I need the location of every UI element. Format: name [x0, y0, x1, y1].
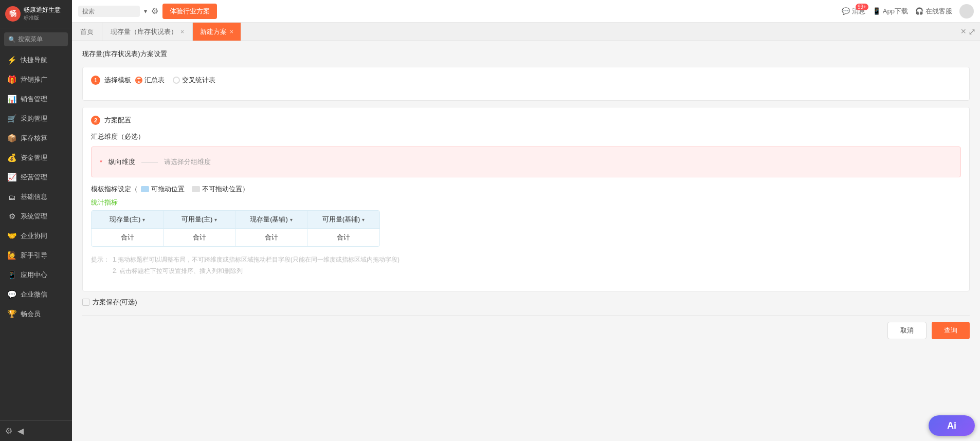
summary-dim-label: 汇总维度（必选）: [91, 132, 961, 141]
step1-label: 选择模板: [104, 76, 131, 85]
app-name: 畅康通好生意: [24, 6, 61, 14]
tab-inventory-close[interactable]: ×: [180, 28, 184, 35]
message-icon: 💬: [842, 7, 850, 15]
sidebar-item-system[interactable]: ⚙ 系统管理: [0, 207, 72, 226]
sidebar-item-wechat[interactable]: 💬 企业微信: [0, 285, 72, 304]
stats-col-2-label: 现存量(基辅): [250, 215, 288, 224]
basicinfo-icon: 🗂: [7, 192, 16, 201]
app-download-item[interactable]: 📱 App下载: [873, 7, 908, 16]
tab-new-scheme[interactable]: 新建方案 ×: [193, 23, 241, 41]
sidebar-item-label: 销售管理: [21, 95, 47, 104]
step2-badge: 2: [91, 116, 100, 125]
sidebar-item-purchase[interactable]: 🛒 采购管理: [0, 109, 72, 128]
stats-col-3-value: 合计: [307, 228, 379, 246]
template-radio-group: 汇总表 交叉统计表: [135, 76, 215, 85]
sidebar-item-inventory[interactable]: 📦 库存核算: [0, 128, 72, 148]
sidebar-item-label: 系统管理: [21, 212, 47, 221]
app-name-block: 畅康通好生意 标准版: [24, 6, 61, 22]
radio-cross[interactable]: 交叉统计表: [173, 76, 215, 85]
sidebar-bottom: ⚙ ◀: [0, 420, 72, 441]
save-checkbox[interactable]: [82, 299, 89, 306]
sidebar-item-basicinfo[interactable]: 🗂 基础信息: [0, 187, 72, 207]
tab-inventory[interactable]: 现存量（库存状况表） ×: [102, 23, 193, 41]
content-area: 现存量(库存状况表)方案设置 1 选择模板 汇总表 交叉统计表: [72, 41, 980, 441]
close-panel-button[interactable]: ×: [960, 26, 966, 37]
marketing-icon: 🎁: [7, 75, 16, 84]
sidebar-item-vip[interactable]: 🏆 畅会员: [0, 304, 72, 324]
stats-col-2-value: 合计: [235, 228, 307, 246]
tab-home[interactable]: 首页: [72, 23, 102, 41]
breadcrumb-input[interactable]: [78, 6, 140, 17]
cancel-button[interactable]: 取消: [887, 322, 927, 339]
stats-col-3-header[interactable]: 可用量(基辅) ▾: [307, 211, 379, 228]
stats-section: 统计指标 现存量(主) ▾ 可用量(主) ▾: [91, 198, 961, 248]
ai-fab-button[interactable]: Ai: [929, 415, 975, 436]
sidebar-item-label: 新手引导: [21, 251, 47, 260]
tab-new-scheme-close[interactable]: ×: [230, 28, 233, 35]
operations-icon: 📈: [7, 173, 16, 182]
step1-section: 1 选择模板 汇总表 交叉统计表: [82, 67, 970, 101]
search-label: 搜索菜单: [18, 35, 43, 44]
drag-box: [141, 186, 149, 192]
collapse-icon[interactable]: ◀: [17, 426, 24, 436]
customer-service-item[interactable]: 🎧 在线客服: [915, 7, 952, 16]
save-option-label: 方案保存(可选): [93, 298, 137, 307]
user-avatar[interactable]: [959, 4, 974, 19]
radio-summary-label: 汇总表: [144, 76, 165, 85]
stats-col-1-value: 合计: [164, 228, 235, 246]
no-drag-box: [192, 186, 200, 192]
stats-col-2-header[interactable]: 现存量(基辅) ▾: [235, 211, 307, 228]
drag-indicator: 可拖动位置: [141, 185, 185, 194]
stats-col-1-header[interactable]: 可用量(主) ▾: [164, 211, 235, 228]
dim-separator: ——: [141, 157, 158, 167]
sidebar-item-guide[interactable]: 🙋 新手引导: [0, 246, 72, 265]
app-logo-icon: 畅: [5, 6, 21, 22]
step2-section: 2 方案配置 汇总维度（必选） * 纵向维度 —— 请选择分组维度 模板指标设定…: [82, 107, 970, 291]
template-settings-label: 模板指标设定（ 可拖动位置 不可拖动位置）: [91, 185, 961, 194]
sidebar-item-quicknav[interactable]: ⚡ 快捷导航: [0, 50, 72, 70]
topbar-gear-icon[interactable]: ⚙: [151, 6, 158, 16]
stats-col-0-chevron: ▾: [142, 217, 145, 223]
main-area: ▾ ⚙ 体验行业方案 💬 消息 99+ 📱 App下载 🎧 在线客服 首页: [72, 0, 980, 441]
stats-title: 统计指标: [91, 198, 961, 207]
stats-col-2-chevron: ▾: [290, 217, 293, 223]
stats-col-3-label: 可用量(基辅): [322, 215, 360, 224]
sidebar-item-appcenter[interactable]: 📱 应用中心: [0, 265, 72, 285]
service-icon: 🎧: [915, 7, 923, 15]
query-button[interactable]: 查询: [932, 322, 970, 339]
step2-label: 方案配置: [104, 116, 131, 125]
sidebar-item-sales[interactable]: 📊 销售管理: [0, 89, 72, 109]
dimension-selector[interactable]: * 纵向维度 —— 请选择分组维度: [91, 146, 961, 177]
dim-field-label: 纵向维度: [108, 157, 135, 167]
wechat-icon: 💬: [7, 290, 16, 299]
radio-cross-dot: [173, 77, 180, 84]
sidebar-item-collab[interactable]: 🤝 企业协同: [0, 226, 72, 246]
settings-icon[interactable]: ⚙: [5, 426, 12, 436]
tabbar: 首页 现存量（库存状况表） × 新建方案 × × ⤢: [72, 23, 980, 41]
trial-button[interactable]: 体验行业方案: [162, 4, 217, 19]
tip-0-text: 1.拖动标题栏可以调整布局，不可跨维度或指标区域拖动栏目字段(只能在同一维度或指…: [113, 254, 400, 266]
stats-col-0-label: 现存量(主): [110, 215, 141, 224]
radio-summary-dot: [135, 77, 142, 84]
sidebar-item-label: 资金管理: [21, 153, 47, 162]
stats-col-0-header[interactable]: 现存量(主) ▾: [92, 211, 164, 228]
sidebar-logo: 畅 畅康通好生意 标准版: [0, 0, 72, 28]
expand-panel-button[interactable]: ⤢: [968, 26, 976, 38]
stats-col-0-value: 合计: [92, 228, 164, 246]
dropdown-button[interactable]: ▾: [144, 8, 147, 15]
sidebar-search[interactable]: 🔍 搜索菜单: [4, 32, 68, 46]
drag-label: 可拖动位置: [151, 185, 185, 194]
sidebar-item-marketing[interactable]: 🎁 营销推广: [0, 70, 72, 89]
messages-item[interactable]: 💬 消息 99+: [842, 7, 865, 16]
sidebar-item-label: 采购管理: [21, 114, 47, 123]
radio-cross-label: 交叉统计表: [182, 76, 215, 85]
sidebar-item-finance[interactable]: 💰 资金管理: [0, 148, 72, 168]
app-download-label: App下载: [883, 7, 908, 16]
topbar-left: ▾ ⚙ 体验行业方案: [78, 4, 838, 19]
appcenter-icon: 📱: [7, 270, 16, 280]
download-icon: 📱: [873, 7, 881, 15]
no-drag-label: 不可拖动位置）: [202, 185, 249, 194]
radio-summary[interactable]: 汇总表: [135, 76, 165, 85]
sidebar-item-label: 应用中心: [21, 270, 47, 280]
sidebar-item-operations[interactable]: 📈 经营管理: [0, 168, 72, 187]
